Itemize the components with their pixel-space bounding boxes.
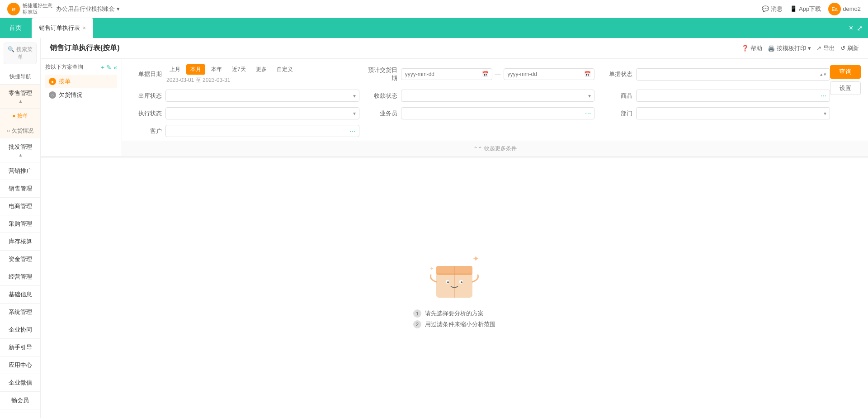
chevron-up-icon: ▴ bbox=[820, 71, 823, 77]
department-control bbox=[636, 107, 830, 119]
order-status-label: 单据状态 bbox=[600, 70, 632, 78]
scheme-title: 按以下方案查询 bbox=[45, 63, 83, 71]
chevron-down-icon: ▲ bbox=[19, 99, 23, 104]
setting-button[interactable]: 设置 bbox=[830, 81, 861, 95]
sidebar-item-label: 批发管理 bbox=[9, 143, 32, 151]
sidebar-item-purchase[interactable]: 采购管理 bbox=[0, 215, 40, 233]
query-button[interactable]: 查询 bbox=[830, 65, 861, 79]
user-avatar-area[interactable]: Ea demo2 bbox=[828, 3, 861, 15]
execution-status-select[interactable] bbox=[165, 107, 359, 119]
sidebar-sub-item-qianhuang[interactable]: ○ 欠货情况 bbox=[0, 124, 40, 138]
app-download-button[interactable]: 📱 App下载 bbox=[790, 5, 821, 13]
tab-close-icon[interactable]: × bbox=[83, 25, 86, 31]
date-dash: — bbox=[495, 71, 501, 78]
collapse-bar[interactable]: ⌃⌃ 收起更多条件 bbox=[122, 141, 868, 156]
export-button[interactable]: ↗ 导出 bbox=[816, 44, 835, 52]
search-menu-button[interactable]: 🔍 搜索菜单 bbox=[4, 43, 37, 64]
page-actions: ❓ 帮助 🖨️ 按模板打印 ▾ ↗ 导出 ↺ 刷新 bbox=[741, 44, 859, 58]
sales-rep-more-icon[interactable]: ··· bbox=[585, 109, 591, 118]
main-layout: 🔍 搜索菜单 快捷导航 零售管理 ▲ ● 按单 ○ 欠货情况 批发管理 ▲ bbox=[0, 38, 868, 418]
scheme-add-icon[interactable]: + bbox=[101, 64, 104, 71]
sidebar-item-marketing[interactable]: 营销推广 bbox=[0, 162, 40, 180]
tab-active[interactable]: 销售订单执行表 × bbox=[32, 18, 93, 38]
date-tabs: 上月 本月 本年 近7天 更多 自定义 bbox=[165, 64, 297, 75]
expected-delivery-start-input[interactable] bbox=[401, 68, 492, 80]
svg-text:✦: ✦ bbox=[472, 254, 479, 263]
order-status-control: ▴ ▾ bbox=[636, 68, 830, 81]
scheme-header: 按以下方案查询 + ✎ « bbox=[45, 63, 117, 71]
logo-icon: 好 bbox=[7, 3, 20, 15]
sidebar-item-label: 零售管理 bbox=[9, 89, 32, 97]
payment-status-select[interactable] bbox=[401, 90, 595, 102]
template-print-button[interactable]: 🖨️ 按模板打印 ▾ bbox=[768, 44, 811, 52]
message-icon: 💬 bbox=[762, 5, 769, 12]
expected-delivery-label: 预计交货日期 bbox=[365, 66, 397, 82]
page-header: 销售订单执行表(按单) ❓ 帮助 🖨️ 按模板打印 ▾ ↗ 导出 ↺ 刷新 bbox=[41, 38, 868, 59]
scheme-item-qianhuang[interactable]: ○ 欠货情况 bbox=[45, 88, 117, 102]
avatar: Ea bbox=[828, 3, 841, 15]
sidebar-item-member[interactable]: 畅会员 bbox=[0, 392, 40, 409]
department-select[interactable] bbox=[636, 107, 830, 119]
calendar-end-icon: 📅 bbox=[584, 71, 591, 77]
sidebar-search-area: 🔍 搜索菜单 bbox=[0, 38, 40, 69]
sidebar-sub-item-anjiandan[interactable]: ● 按单 bbox=[0, 109, 40, 124]
sidebar-item-system[interactable]: 系统管理 bbox=[0, 304, 40, 321]
order-status-select[interactable] bbox=[636, 68, 830, 81]
sidebar-item-label: 企业协同 bbox=[9, 326, 32, 334]
sidebar-shortcut[interactable]: 快捷导航 bbox=[0, 69, 40, 85]
customer-more-icon[interactable]: ··· bbox=[349, 127, 355, 135]
sidebar-item-wechat[interactable]: 企业微信 bbox=[0, 374, 40, 392]
date-tab-this-month[interactable]: 本月 bbox=[186, 64, 205, 75]
date-tab-custom[interactable]: 自定义 bbox=[273, 64, 297, 75]
scheme-item-anjiandan[interactable]: ● 按单 bbox=[45, 75, 117, 88]
svg-text:好: 好 bbox=[11, 8, 16, 12]
message-button[interactable]: 💬 消息 bbox=[762, 5, 783, 13]
date-tab-last-month[interactable]: 上月 bbox=[165, 64, 184, 75]
sidebar-item-appstore[interactable]: 应用中心 bbox=[0, 356, 40, 374]
date-tab-7days[interactable]: 近7天 bbox=[228, 64, 250, 75]
help-icon: ❓ bbox=[741, 45, 749, 52]
help-button[interactable]: ❓ 帮助 bbox=[741, 44, 762, 52]
sidebar-item-sales[interactable]: 销售管理 bbox=[0, 180, 40, 198]
sidebar-item-operations[interactable]: 经营管理 bbox=[0, 268, 40, 286]
date-tab-more[interactable]: 更多 bbox=[252, 64, 271, 75]
scheme-edit-icon[interactable]: ✎ bbox=[106, 64, 112, 71]
empty-step-2: 2 用过滤条件来缩小分析范围 bbox=[413, 320, 495, 328]
refresh-button[interactable]: ↺ 刷新 bbox=[840, 44, 859, 52]
scheme-collapse-icon[interactable]: « bbox=[113, 64, 117, 71]
refresh-icon: ↺ bbox=[840, 45, 845, 52]
print-icon: 🖨️ bbox=[768, 45, 775, 52]
sidebar-item-wholesale[interactable]: 批发管理 ▲ bbox=[0, 138, 40, 162]
nav-title[interactable]: 办公用品行业模拟账套 ▾ bbox=[56, 5, 120, 13]
sidebar-item-enterprise[interactable]: 企业协同 bbox=[0, 321, 40, 339]
sidebar-item-retail[interactable]: 零售管理 ▲ bbox=[0, 85, 40, 109]
sidebar-item-finance[interactable]: 资金管理 bbox=[0, 251, 40, 268]
date-tab-this-year[interactable]: 本年 bbox=[207, 64, 226, 75]
goods-filter-item: 商品 ··· bbox=[600, 90, 830, 102]
sub-item-icon: ● bbox=[12, 113, 15, 119]
sidebar-item-inventory[interactable]: 库存核算 bbox=[0, 233, 40, 251]
sidebar-item-label: 基础信息 bbox=[9, 290, 32, 299]
sidebar-item-basic[interactable]: 基础信息 bbox=[0, 286, 40, 304]
expected-delivery-end-input[interactable] bbox=[504, 68, 595, 80]
tab-home[interactable]: 首页 bbox=[0, 18, 31, 38]
logo-text: 畅捷通好生意 标准版 bbox=[23, 3, 52, 14]
sales-rep-input[interactable] bbox=[401, 107, 595, 119]
goods-more-icon[interactable]: ··· bbox=[821, 92, 826, 100]
window-expand-icon[interactable]: ⤢ bbox=[857, 24, 863, 33]
action-buttons: 查询 设置 bbox=[830, 64, 861, 95]
tab-bar: 首页 销售订单执行表 × × ⤢ bbox=[0, 18, 868, 38]
date-label: 单据日期 bbox=[129, 70, 162, 78]
customer-input[interactable] bbox=[165, 125, 359, 137]
delivery-status-select[interactable] bbox=[165, 90, 359, 102]
date-tab-row: 上月 本月 本年 近7天 更多 自定义 bbox=[165, 64, 359, 75]
goods-input[interactable] bbox=[636, 90, 830, 102]
sidebar-item-ecommerce[interactable]: 电商管理 bbox=[0, 198, 40, 215]
window-close-icon[interactable]: × bbox=[849, 24, 853, 32]
svg-text:✦: ✦ bbox=[429, 266, 434, 272]
delivery-status-label: 出库状态 bbox=[129, 92, 162, 100]
sidebar-item-label: 企业微信 bbox=[9, 379, 32, 387]
sidebar-item-newbie[interactable]: 新手引导 bbox=[0, 339, 40, 356]
execution-status-filter-item: 执行状态 bbox=[129, 107, 359, 119]
header-right: 💬 消息 📱 App下载 Ea demo2 bbox=[762, 3, 861, 15]
